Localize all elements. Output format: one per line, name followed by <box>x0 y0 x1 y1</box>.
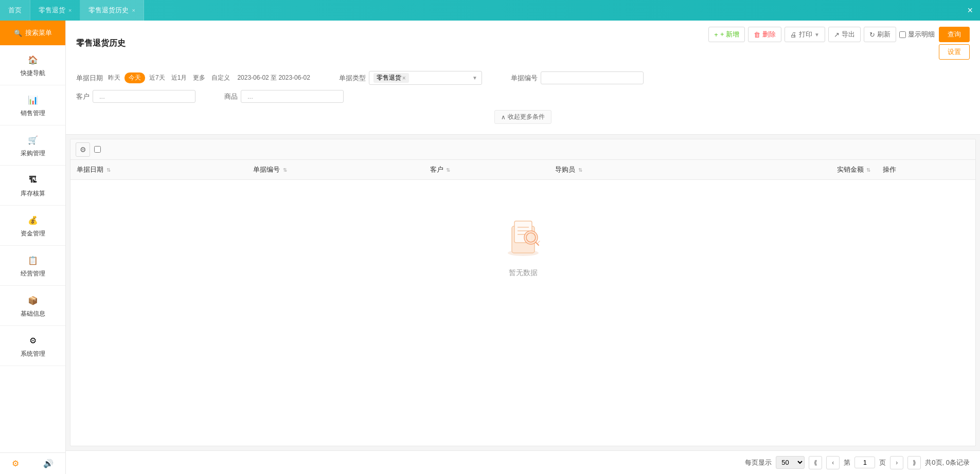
page-title: 零售退货历史 <box>76 38 126 49</box>
query-button[interactable]: 查询 <box>939 27 970 42</box>
col-no-label: 单据编号 <box>253 166 280 173</box>
sidebar-item-finance-label: 资金管理 <box>21 229 45 238</box>
tab-home[interactable]: 首页 <box>0 0 30 21</box>
col-amount-sort[interactable]: ⇅ <box>866 167 870 173</box>
sidebar-item-management[interactable]: 📋 经营管理 <box>0 246 65 286</box>
content-area: 零售退货历史 + + 新增 🗑 删除 🖨 打印 <box>66 21 980 474</box>
first-page-button[interactable]: ⟪ <box>809 456 822 469</box>
print-icon: 🖨 <box>790 31 797 39</box>
table-toolbar: ⚙ <box>70 139 975 160</box>
sidebar: 🔍 搜索菜单 🏠 快捷导航 📊 销售管理 🛒 采购管理 🏗 库存核算 💰 <box>0 21 66 474</box>
show-detail-checkbox-label[interactable]: 显示明细 <box>899 30 935 39</box>
delete-label: 删除 <box>762 30 776 39</box>
col-no-sort[interactable]: ⇅ <box>283 167 287 173</box>
last-page-button[interactable]: ⟫ <box>907 456 921 469</box>
sidebar-item-shortcut[interactable]: 🏠 快捷导航 <box>0 45 65 85</box>
page-number-input[interactable] <box>854 457 875 468</box>
col-no: 单据编号 ⇅ <box>247 160 423 180</box>
print-button[interactable]: 🖨 打印 ▼ <box>785 27 825 42</box>
col-customer: 客户 ⇅ <box>424 160 549 180</box>
purchase-icon: 🛒 <box>26 133 40 147</box>
next-page-button[interactable]: › <box>890 456 903 469</box>
sidebar-item-inventory[interactable]: 🏗 库存核算 <box>0 166 65 206</box>
settings-bottom-icon[interactable]: ⚙ <box>12 459 19 468</box>
filter-row-1: 单据日期 昨天 今天 近7天 近1月 更多 自定义 2023-06-02 至 2… <box>76 71 970 85</box>
table-wrapper: 单据日期 ⇅ 单据编号 ⇅ 客户 ⇅ <box>70 160 975 446</box>
audio-bottom-icon[interactable]: 🔊 <box>43 459 54 468</box>
sidebar-item-purchase[interactable]: 🛒 采购管理 <box>0 125 65 166</box>
sidebar-item-finance[interactable]: 💰 资金管理 <box>0 206 65 246</box>
delete-button[interactable]: 🗑 删除 <box>748 27 781 42</box>
col-amount-label: 实销金额 <box>837 166 864 173</box>
date-opt-yesterday[interactable]: 昨天 <box>106 72 122 83</box>
voucher-type-label: 单据类型 <box>339 74 366 83</box>
system-icon: ⚙ <box>26 333 40 348</box>
date-opt-more[interactable]: 更多 <box>191 72 207 83</box>
customer-select[interactable]: ... <box>93 90 195 103</box>
date-range-display: 2023-06-02 至 2023-06-02 <box>237 74 310 82</box>
goods-placeholder: ... <box>247 93 253 100</box>
voucher-type-value: 零售退货 <box>377 74 401 82</box>
sidebar-search-label: 搜索菜单 <box>25 28 52 38</box>
refresh-button[interactable]: ↻ 刷新 <box>864 27 896 42</box>
inventory-icon: 🏗 <box>26 173 40 187</box>
collapse-button[interactable]: ∧ 收起更多条件 <box>494 110 551 124</box>
sidebar-item-sales[interactable]: 📊 销售管理 <box>0 85 65 125</box>
customer-filter-label: 客户 <box>76 92 90 101</box>
page-label: 页 <box>879 458 886 467</box>
data-table: 单据日期 ⇅ 单据编号 ⇅ 客户 ⇅ <box>70 160 975 180</box>
tab-retail-return[interactable]: 零售退货 × <box>30 0 80 21</box>
sidebar-item-management-label: 经营管理 <box>21 269 45 278</box>
page-header: 零售退货历史 + + 新增 🗑 删除 🖨 打印 <box>66 21 980 135</box>
setting-button[interactable]: 设置 <box>939 44 970 60</box>
col-amount: 实销金额 ⇅ <box>700 160 877 180</box>
sidebar-item-system[interactable]: ⚙ 系统管理 <box>0 326 65 366</box>
col-guide: 导购员 ⇅ <box>549 160 700 180</box>
sidebar-search[interactable]: 🔍 搜索菜单 <box>0 21 65 45</box>
voucher-type-tag-close[interactable]: × <box>402 75 406 82</box>
query-setting-btns: 查询 设置 <box>939 27 970 60</box>
table-header-row: 单据日期 ⇅ 单据编号 ⇅ 客户 ⇅ <box>70 160 975 180</box>
show-detail-checkbox[interactable] <box>899 31 906 38</box>
col-customer-label: 客户 <box>430 166 443 173</box>
export-icon: ↗ <box>834 31 840 39</box>
tab-retail-return-history-close[interactable]: × <box>132 7 135 13</box>
tab-retail-return-close[interactable]: × <box>68 7 72 13</box>
sidebar-item-purchase-label: 采购管理 <box>21 149 45 158</box>
tab-retail-return-label: 零售退货 <box>39 6 65 15</box>
voucher-type-select[interactable]: 零售退货 × ▼ <box>369 71 482 85</box>
collapse-icon: ∧ <box>501 114 506 121</box>
print-dropdown-icon: ▼ <box>814 32 819 38</box>
goods-select[interactable]: ... <box>241 90 344 103</box>
page-size-label: 每页显示 <box>745 458 772 467</box>
top-bar: 首页 零售退货 × 零售退货历史 × × <box>0 0 980 21</box>
date-opt-7days[interactable]: 近7天 <box>147 72 167 83</box>
collapse-label: 收起更多条件 <box>508 113 545 121</box>
management-icon: 📋 <box>26 253 40 267</box>
date-opt-today[interactable]: 今天 <box>124 72 145 83</box>
svg-line-9 <box>538 241 540 243</box>
sidebar-item-inventory-label: 库存核算 <box>21 189 45 198</box>
col-date-sort[interactable]: ⇅ <box>106 167 111 173</box>
new-button[interactable]: + + 新增 <box>708 27 745 42</box>
sidebar-item-basic-info[interactable]: 📦 基础信息 <box>0 286 65 326</box>
page-di-label: 第 <box>844 458 850 467</box>
window-close-icon[interactable]: × <box>960 0 980 21</box>
date-opt-custom[interactable]: 自定义 <box>209 72 232 83</box>
export-button[interactable]: ↗ 导出 <box>828 27 861 42</box>
prev-page-button[interactable]: ‹ <box>826 456 840 469</box>
date-filter-label: 单据日期 <box>76 74 103 83</box>
sidebar-item-basic-info-label: 基础信息 <box>21 309 45 318</box>
voucher-no-input[interactable] <box>541 71 644 84</box>
sidebar-item-shortcut-label: 快捷导航 <box>21 69 45 78</box>
goods-filter-label: 商品 <box>224 92 238 101</box>
date-opt-1month[interactable]: 近1月 <box>169 72 189 83</box>
table-settings-icon[interactable]: ⚙ <box>76 142 90 157</box>
select-all-checkbox[interactable] <box>94 146 101 153</box>
print-label: 打印 <box>799 30 812 39</box>
main-layout: 🔍 搜索菜单 🏠 快捷导航 📊 销售管理 🛒 采购管理 🏗 库存核算 💰 <box>0 21 980 474</box>
page-size-select[interactable]: 20 50 100 <box>776 456 805 469</box>
col-guide-sort[interactable]: ⇅ <box>578 167 582 173</box>
tab-retail-return-history[interactable]: 零售退货历史 × <box>80 0 144 21</box>
col-customer-sort[interactable]: ⇅ <box>446 167 450 173</box>
